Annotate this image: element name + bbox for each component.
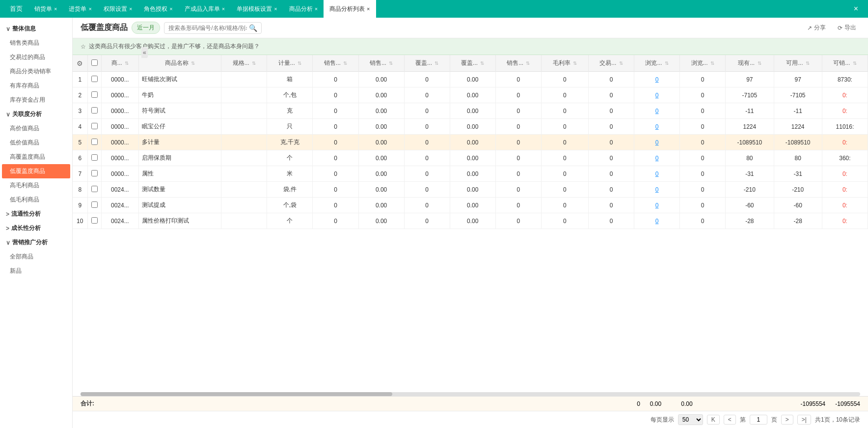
browse-link[interactable]: 0 <box>655 139 659 146</box>
row-checkbox-cell[interactable] <box>87 213 101 229</box>
sidebar-item-high-value[interactable]: 高价值商品 <box>0 121 72 136</box>
gross-rate-column-header[interactable]: 毛利率 ⇅ <box>541 55 588 72</box>
row-checkbox-cell[interactable] <box>87 182 101 198</box>
sidebar-item-high-margin[interactable]: 高毛利商品 <box>0 178 72 193</box>
row-browse1[interactable]: 0 <box>634 166 680 182</box>
row-checkbox-cell[interactable] <box>87 166 101 182</box>
row-browse1[interactable]: 0 <box>634 87 680 103</box>
row-browse1[interactable]: 0 <box>634 135 680 150</box>
sidebar-item-new-goods[interactable]: 新品 <box>0 264 72 278</box>
browse-link[interactable]: 0 <box>655 171 659 177</box>
trans-column-header[interactable]: 交易... ⇅ <box>589 55 634 72</box>
first-page-button[interactable]: K <box>707 415 720 425</box>
row-checkbox[interactable] <box>91 107 98 114</box>
close-product-analysis-list-icon[interactable]: × <box>367 6 370 12</box>
cover1-column-header[interactable]: 覆盖... ⇅ <box>404 55 450 72</box>
row-browse1[interactable]: 0 <box>634 150 680 166</box>
sidebar-section-relevance[interactable]: ∨ 关联度分析 <box>0 107 72 121</box>
saleable-column-header[interactable]: 可销... ⇅ <box>822 55 868 72</box>
nav-purchase-order[interactable]: 进货单 × <box>63 0 97 18</box>
prev-page-button[interactable]: < <box>724 415 736 425</box>
sidebar-item-stocked-goods[interactable]: 有库存商品 <box>0 79 72 93</box>
nav-home[interactable]: 首页 <box>4 0 28 18</box>
sidebar-section-overall[interactable]: ∨ 整体信息 <box>0 22 72 36</box>
row-checkbox[interactable] <box>91 154 98 161</box>
sidebar-item-category-turnover[interactable]: 商品分类动销率 <box>0 64 72 79</box>
row-checkbox-cell[interactable] <box>87 87 101 103</box>
browse1-column-header[interactable]: 浏览... ⇅ <box>634 55 680 72</box>
nav-permission-settings[interactable]: 权限设置 × <box>98 0 138 18</box>
browse-link[interactable]: 0 <box>655 202 659 209</box>
close-template-icon[interactable]: × <box>274 6 277 12</box>
search-icon[interactable]: 🔍 <box>249 24 257 32</box>
sidebar-item-all-goods[interactable]: 全部商品 <box>0 250 72 264</box>
scroll-thumb[interactable] <box>81 392 392 396</box>
browse-link[interactable]: 0 <box>655 123 659 130</box>
sidebar-section-circulation[interactable]: > 流通性分析 <box>0 207 72 221</box>
sidebar-item-low-margin[interactable]: 低毛利商品 <box>0 193 72 207</box>
sidebar-item-inventory-capital[interactable]: 库存资金占用 <box>0 93 72 107</box>
browse-link[interactable]: 0 <box>655 155 659 162</box>
row-checkbox-cell[interactable] <box>87 72 101 87</box>
row-checkbox-cell[interactable] <box>87 119 101 135</box>
sidebar-section-marketing[interactable]: ∨ 营销推广分析 <box>0 235 72 250</box>
nav-template-settings[interactable]: 单据模板设置 × <box>231 0 283 18</box>
close-product-analysis-icon[interactable]: × <box>315 6 318 12</box>
checkbox-header[interactable] <box>87 55 101 72</box>
cover2-column-header[interactable]: 覆盖... ⇅ <box>450 55 495 72</box>
nav-product-inbound[interactable]: 产成品入库单 × <box>179 0 231 18</box>
close-sales-order-icon[interactable]: × <box>54 6 57 12</box>
share-button[interactable]: ↗ 分享 <box>803 22 830 34</box>
close-role-auth-icon[interactable]: × <box>169 6 172 12</box>
page-size-select[interactable]: 50 10 20 100 <box>678 414 703 425</box>
close-purchase-order-icon[interactable]: × <box>88 6 91 12</box>
nav-role-auth[interactable]: 角色授权 × <box>138 0 178 18</box>
sidebar-item-sales-goods[interactable]: 销售类商品 <box>0 36 72 50</box>
column-settings-icon[interactable]: ⚙ <box>77 59 83 67</box>
row-checkbox[interactable] <box>91 91 98 98</box>
search-input[interactable] <box>168 25 247 31</box>
close-product-inbound-icon[interactable]: × <box>222 6 225 12</box>
spec-column-header[interactable]: 规格... ⇅ <box>221 55 267 72</box>
page-number-input[interactable] <box>750 415 767 425</box>
row-checkbox-cell[interactable] <box>87 150 101 166</box>
sidebar-item-traded-goods[interactable]: 交易过的商品 <box>0 50 72 64</box>
row-checkbox-cell[interactable] <box>87 103 101 119</box>
sidebar-section-growth[interactable]: > 成长性分析 <box>0 221 72 235</box>
last-page-button[interactable]: >| <box>797 415 811 425</box>
row-checkbox[interactable] <box>91 217 98 224</box>
horizontal-scrollbar[interactable] <box>81 392 860 396</box>
export-button[interactable]: ⟳ 导出 <box>834 22 860 34</box>
row-checkbox[interactable] <box>91 123 98 129</box>
name-column-header[interactable]: 商品名称 ⇅ <box>139 55 221 72</box>
sidebar-item-low-value[interactable]: 低价值商品 <box>0 136 72 150</box>
next-page-button[interactable]: > <box>781 415 793 425</box>
settings-column-header[interactable]: ⚙ <box>73 55 87 72</box>
unit-column-header[interactable]: 计量... ⇅ <box>267 55 313 72</box>
sidebar-item-low-coverage[interactable]: 低覆盖度商品 <box>2 164 70 178</box>
row-checkbox[interactable] <box>91 76 98 82</box>
row-browse1[interactable]: 0 <box>634 103 680 119</box>
nav-sales-order[interactable]: 销货单 × <box>28 0 63 18</box>
close-permission-icon[interactable]: × <box>129 6 132 12</box>
nav-product-analysis-list[interactable]: 商品分析列表 × <box>324 0 376 18</box>
sidebar-item-high-coverage[interactable]: 高覆盖度商品 <box>0 150 72 164</box>
browse-link[interactable]: 0 <box>655 92 659 99</box>
code-column-header[interactable]: 商... ⇅ <box>101 55 139 72</box>
select-all-checkbox[interactable] <box>91 59 98 66</box>
sales3-column-header[interactable]: 销售... ⇅ <box>495 55 541 72</box>
row-browse1[interactable]: 0 <box>634 72 680 87</box>
row-checkbox[interactable] <box>91 139 98 145</box>
sales1-column-header[interactable]: 销售... ⇅ <box>313 55 358 72</box>
row-checkbox[interactable] <box>91 170 98 176</box>
time-filter-button[interactable]: 近一月 <box>132 22 160 34</box>
available-column-header[interactable]: 可用... ⇅ <box>774 55 822 72</box>
browse-link[interactable]: 0 <box>655 186 659 193</box>
browse-link[interactable]: 0 <box>655 108 659 114</box>
browse2-column-header[interactable]: 浏览... ⇅ <box>680 55 726 72</box>
current-column-header[interactable]: 现有... ⇅ <box>726 55 774 72</box>
row-browse1[interactable]: 0 <box>634 213 680 229</box>
sidebar-collapse-button[interactable]: « <box>141 47 148 58</box>
row-checkbox[interactable] <box>91 186 98 192</box>
browse-link[interactable]: 0 <box>655 76 659 83</box>
